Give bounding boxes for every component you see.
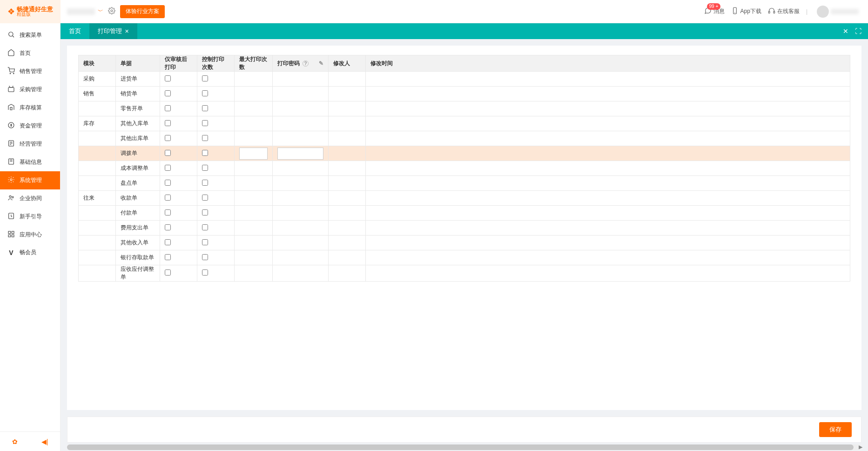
password-input[interactable] [277, 148, 323, 160]
svg-point-20 [9, 195, 11, 197]
limit-count-checkbox[interactable] [202, 75, 208, 81]
info-icon [7, 158, 15, 167]
table-row: 库存其他入库单 [79, 116, 850, 131]
limit-count-checkbox[interactable] [202, 209, 208, 215]
bag-icon [7, 85, 15, 94]
cell-max [235, 221, 273, 236]
user-menu[interactable] [814, 6, 859, 18]
brand-logo: ❖ 畅捷通好生意 精益版 [0, 0, 61, 23]
app-download-link[interactable]: App下载 [731, 7, 761, 16]
audit-only-checkbox[interactable] [165, 224, 171, 230]
limit-count-checkbox[interactable] [202, 269, 208, 276]
audit-only-checkbox[interactable] [165, 165, 171, 171]
cell-module [79, 236, 116, 250]
sidebar-settings-icon[interactable]: ✿ [12, 438, 18, 445]
audit-only-checkbox[interactable] [165, 254, 171, 260]
audit-only-checkbox[interactable] [165, 120, 171, 126]
app-header: ❖ 畅捷通好生意 精益版 ﹀ 体验行业方案 99 + 消息 [0, 0, 868, 23]
cell-time [366, 101, 850, 116]
vip-icon: V [7, 249, 15, 256]
svg-rect-9 [8, 88, 14, 92]
sidebar-item-3[interactable]: 采购管理 [0, 81, 60, 99]
sidebar-item-4[interactable]: 库存核算 [0, 99, 60, 117]
audit-only-checkbox[interactable] [165, 75, 171, 81]
tab-close-all-icon[interactable]: ✕ [843, 27, 848, 35]
cell-max [235, 236, 273, 250]
audit-only-checkbox[interactable] [165, 150, 171, 156]
limit-count-checkbox[interactable] [202, 165, 208, 171]
edit-icon[interactable]: ✎ [319, 60, 323, 67]
sidebar-item-9[interactable]: 企业协同 [0, 189, 60, 208]
tab-1[interactable]: 打印管理✕ [89, 23, 137, 39]
cell-audit [160, 265, 197, 282]
cell-limit [197, 236, 235, 250]
cell-module [79, 101, 116, 116]
limit-count-checkbox[interactable] [202, 239, 208, 245]
cell-max [235, 206, 273, 221]
sidebar-item-label: 库存核算 [20, 104, 42, 112]
money-icon [7, 121, 15, 130]
home-icon [7, 49, 15, 58]
table-row: 调拨单 [79, 146, 850, 161]
audit-only-checkbox[interactable] [165, 209, 171, 215]
app-download-label: App下载 [740, 7, 761, 15]
org-selector[interactable]: ﹀ [67, 7, 103, 15]
sidebar-item-7[interactable]: 基础信息 [0, 153, 60, 171]
audit-only-checkbox[interactable] [165, 135, 171, 141]
gear-icon[interactable] [108, 7, 115, 16]
table-row: 银行存取款单 [79, 250, 850, 265]
limit-count-checkbox[interactable] [202, 195, 208, 201]
limit-count-checkbox[interactable] [202, 180, 208, 186]
cell-doc: 付款单 [116, 206, 160, 221]
cell-time [366, 116, 850, 131]
sidebar-item-5[interactable]: 资金管理 [0, 117, 60, 135]
messages-link[interactable]: 99 + 消息 [704, 7, 725, 16]
limit-count-checkbox[interactable] [202, 120, 208, 126]
cell-modifier [329, 221, 366, 236]
audit-only-checkbox[interactable] [165, 90, 171, 96]
fullscreen-icon[interactable]: ⛶ [855, 27, 861, 35]
sidebar-collapse-icon[interactable]: ◀| [41, 438, 48, 445]
save-button[interactable]: 保存 [819, 422, 852, 437]
cell-module: 采购 [79, 72, 116, 87]
audit-only-checkbox[interactable] [165, 180, 171, 186]
cell-modifier [329, 265, 366, 282]
limit-count-checkbox[interactable] [202, 105, 208, 111]
cell-modifier [329, 206, 366, 221]
help-icon[interactable]: ? [303, 61, 309, 67]
sidebar-item-0[interactable]: 搜索菜单 [0, 26, 60, 44]
audit-only-checkbox[interactable] [165, 105, 171, 111]
cell-pass [273, 131, 329, 146]
audit-only-checkbox[interactable] [165, 195, 171, 201]
horizontal-scrollbar[interactable]: ▶ [67, 444, 861, 450]
cell-doc: 销货单 [116, 87, 160, 101]
sidebar-item-6[interactable]: 经营管理 [0, 135, 60, 153]
online-service-link[interactable]: 在线客服 [768, 7, 800, 16]
sidebar-item-11[interactable]: 应用中心 [0, 226, 60, 244]
system-icon [7, 176, 15, 185]
sidebar-item-2[interactable]: 销售管理 [0, 62, 60, 81]
sidebar-item-label: 应用中心 [20, 231, 42, 239]
close-icon[interactable]: ✕ [125, 28, 129, 34]
sidebar-item-12[interactable]: V畅会员 [0, 244, 60, 261]
max-count-input[interactable] [239, 148, 268, 160]
svg-point-8 [13, 73, 14, 74]
sidebar-item-1[interactable]: 首页 [0, 44, 60, 62]
sidebar-item-8[interactable]: 系统管理 [0, 171, 60, 189]
audit-only-checkbox[interactable] [165, 269, 171, 276]
scrollbar-thumb[interactable] [67, 444, 854, 450]
scroll-right-icon[interactable]: ▶ [859, 444, 862, 450]
limit-count-checkbox[interactable] [202, 135, 208, 141]
limit-count-checkbox[interactable] [202, 224, 208, 230]
audit-only-checkbox[interactable] [165, 239, 171, 245]
cell-modifier [329, 161, 366, 176]
cell-time [366, 72, 850, 87]
apps-icon [7, 230, 15, 239]
experience-industry-button[interactable]: 体验行业方案 [120, 5, 165, 18]
limit-count-checkbox[interactable] [202, 90, 208, 96]
sidebar-item-10[interactable]: 新手引导 [0, 208, 60, 226]
limit-count-checkbox[interactable] [202, 150, 208, 156]
limit-count-checkbox[interactable] [202, 254, 208, 260]
tab-0[interactable]: 首页 [61, 23, 89, 39]
search-icon [7, 31, 15, 40]
